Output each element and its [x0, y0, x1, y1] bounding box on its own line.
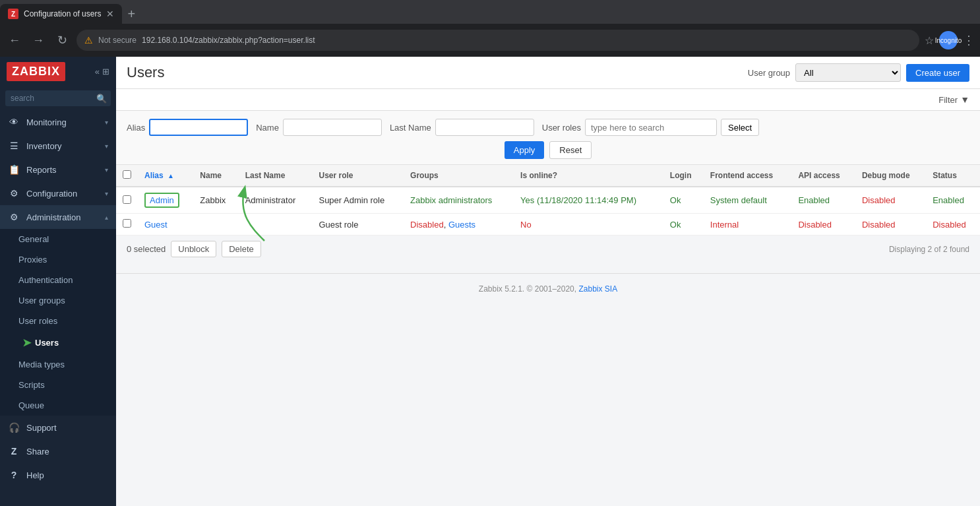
sidebar-item-user-groups[interactable]: User groups [0, 290, 116, 311]
collapse-icon[interactable]: « [95, 67, 100, 77]
back-button[interactable]: ← [5, 31, 24, 49]
alias-header-label: Alias [144, 171, 164, 180]
sidebar-item-users[interactable]: ➤ Users [0, 331, 116, 354]
status-value: Enabled [933, 195, 964, 205]
is-online-cell: No [514, 214, 663, 236]
name-cell [193, 214, 238, 236]
name-label: Name [256, 123, 279, 133]
status-cell: Disabled [926, 214, 980, 236]
profile-button[interactable]: Incognito [939, 31, 958, 49]
table-head: Alias ▲ Name Last Name User role Groups … [116, 165, 980, 187]
users-table: Alias ▲ Name Last Name User role Groups … [116, 165, 980, 236]
search-icon[interactable]: 🔍 [96, 94, 107, 104]
browser-menu-button[interactable]: ⋮ [963, 33, 975, 47]
sidebar-item-support[interactable]: 🎧 Support [0, 416, 116, 439]
frontend-access-value: Internal [710, 220, 739, 230]
alias-column-header[interactable]: Alias ▲ [138, 165, 193, 187]
admin-alias-link[interactable]: Admin [144, 193, 179, 208]
address-bar[interactable]: ⚠ Not secure 192.168.0.104/zabbix/zabbix… [77, 30, 919, 51]
row-checkbox[interactable] [123, 195, 131, 204]
sidebar-item-inventory[interactable]: ☰ Inventory ▾ [0, 134, 116, 158]
sidebar-item-administration[interactable]: ⚙ Administration ▴ [0, 205, 116, 229]
help-icon: ? [8, 470, 20, 480]
delete-button[interactable]: Delete [222, 241, 261, 257]
sidebar-item-authentication[interactable]: Authentication [0, 270, 116, 290]
row-checkbox[interactable] [123, 219, 131, 228]
select-button[interactable]: Select [721, 119, 759, 136]
sidebar-item-label: Support [26, 423, 108, 433]
security-warning-icon: ⚠ [84, 35, 93, 46]
app: ZABBIX « ⊞ 🔍 👁 Monitoring ▾ ☰ Inventory … [0, 57, 980, 506]
last-name-input[interactable] [435, 119, 534, 136]
alias-cell: Guest [138, 214, 193, 236]
sidebar-item-media-types[interactable]: Media types [0, 354, 116, 375]
groups-column-header: Groups [404, 165, 514, 187]
is-online-cell: Yes (11/18/2020 11:14:49 PM) [514, 187, 663, 214]
forward-button[interactable]: → [29, 31, 47, 49]
selected-count: 0 selected [127, 244, 166, 254]
inventory-icon: ☰ [8, 141, 20, 151]
debug-mode-value: Disabled [862, 220, 896, 230]
sidebar-item-reports[interactable]: 📋 Reports ▾ [0, 158, 116, 181]
groups-disabled: Disabled [410, 220, 444, 230]
tab-close-button[interactable]: ✕ [106, 9, 114, 19]
bookmark-icon[interactable]: ☆ [925, 34, 934, 47]
configuration-icon: ⚙ [8, 188, 20, 199]
monitoring-icon: 👁 [8, 117, 20, 127]
table-row: Guest Guest role Disabled, Guests [116, 214, 980, 236]
browser-chrome: Z Configuration of users ✕ + ← → ↻ ⚠ Not… [0, 0, 980, 57]
user-role-cell: Super Admin role [312, 187, 404, 214]
sidebar-item-user-roles[interactable]: User roles [0, 311, 116, 331]
unblock-button[interactable]: Unblock [171, 241, 216, 257]
table-section: Alias ▲ Name Last Name User role Groups … [116, 165, 980, 273]
alias-field: Alias [127, 119, 248, 136]
sidebar-item-general[interactable]: General [0, 229, 116, 249]
name-cell: Zabbix [193, 187, 238, 214]
user-group-select[interactable]: All [795, 63, 901, 82]
active-tab[interactable]: Z Configuration of users ✕ [0, 4, 122, 24]
sort-asc-icon: ▲ [168, 172, 174, 179]
user-roles-label: User roles [542, 123, 581, 133]
sidebar-item-help[interactable]: ? Help [0, 463, 116, 487]
is-online-value: Yes (11/18/2020 11:14:49 PM) [520, 195, 636, 205]
table-header-row: Alias ▲ Name Last Name User role Groups … [116, 165, 980, 187]
alias-input[interactable] [149, 119, 248, 136]
select-all-checkbox[interactable] [123, 170, 131, 179]
frontend-access-cell: System default [704, 187, 792, 214]
chevron-down-icon: ▾ [105, 166, 108, 174]
sidebar-item-share[interactable]: Z Share [0, 439, 116, 463]
sidebar-item-label: Share [26, 447, 108, 457]
create-user-button[interactable]: Create user [906, 64, 969, 82]
filter-buttons: Apply Reset [127, 141, 969, 159]
apply-button[interactable]: Apply [505, 141, 545, 159]
debug-mode-column-header: Debug mode [855, 165, 926, 187]
name-field: Name [256, 119, 382, 136]
status-cell: Enabled [926, 187, 980, 214]
footer-link[interactable]: Zabbix SIA [578, 284, 617, 294]
groups-link[interactable]: Guests [448, 220, 475, 230]
reload-button[interactable]: ↻ [53, 31, 71, 49]
sidebar-item-configuration[interactable]: ⚙ Configuration ▾ [0, 181, 116, 205]
browser-tabs: Z Configuration of users ✕ + [0, 0, 980, 24]
groups-link[interactable]: Zabbix administrators [410, 195, 492, 205]
user-roles-search-input[interactable] [585, 119, 717, 136]
guest-alias-link[interactable]: Guest [144, 220, 168, 230]
name-input[interactable] [283, 119, 382, 136]
alias-label: Alias [127, 123, 145, 133]
display-count: Displaying 2 of 2 found [889, 245, 969, 254]
login-value: Ok [670, 220, 681, 230]
sidebar-item-monitoring[interactable]: 👁 Monitoring ▾ [0, 110, 116, 134]
sidebar-item-label: Configuration [26, 189, 98, 199]
browser-controls: ← → ↻ ⚠ Not secure 192.168.0.104/zabbix/… [0, 24, 980, 57]
api-access-column-header: API access [791, 165, 855, 187]
search-input[interactable] [5, 90, 111, 106]
sidebar-item-queue[interactable]: Queue [0, 395, 116, 416]
new-tab-button[interactable]: + [122, 7, 140, 22]
sidebar-item-proxies[interactable]: Proxies [0, 249, 116, 270]
reports-icon: 📋 [8, 164, 20, 175]
expand-icon[interactable]: ⊞ [102, 67, 109, 77]
admin-submenu: General Proxies Authentication User grou… [0, 229, 116, 416]
table-row: Admin Zabbix Administrator Super Admin r… [116, 187, 980, 214]
sidebar-item-scripts[interactable]: Scripts [0, 375, 116, 395]
reset-button[interactable]: Reset [549, 141, 592, 159]
